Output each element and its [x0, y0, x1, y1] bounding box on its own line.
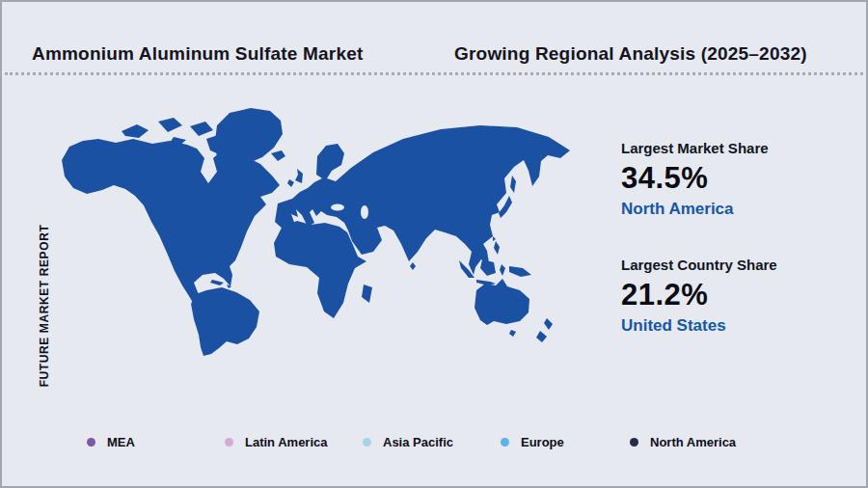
legend-item-mea: MEA [87, 433, 135, 450]
legend-label: Asia Pacific [383, 435, 453, 449]
legend-dot-asia-pacific [363, 438, 371, 447]
infographic-page: Ammonium Aluminum Sulfate Market Growing… [0, 0, 868, 488]
stat-region: United States [621, 316, 862, 336]
stat-largest-market-share: Largest Market Share 34.5% North America [621, 140, 862, 219]
map-north-america [62, 139, 280, 325]
stat-value: 34.5% [621, 163, 862, 193]
header-divider [5, 72, 863, 75]
legend-dot-north-america [630, 438, 638, 447]
world-map-svg [60, 100, 605, 356]
stat-label: Largest Country Share [621, 257, 862, 273]
legend-item-asia-pacific: Asia Pacific [363, 433, 453, 450]
legend-label: Latin America [245, 435, 328, 449]
legend-item-latin-america: Latin America [225, 433, 328, 450]
stat-region: North America [621, 200, 862, 219]
page-title: Ammonium Aluminum Sulfate Market [32, 43, 364, 65]
legend-dot-latin-america [225, 438, 233, 447]
page-subtitle: Growing Regional Analysis (2025–2032) [454, 43, 807, 65]
world-map [60, 100, 605, 356]
legend-label: North America [650, 435, 736, 449]
legend-label: Europe [521, 435, 564, 449]
legend-dot-mea [87, 438, 95, 447]
map-australia [475, 279, 529, 325]
legend-item-europe: Europe [501, 433, 564, 450]
stat-label: Largest Market Share [621, 140, 862, 156]
legend-dot-europe [501, 438, 509, 447]
stat-value: 21.2% [621, 280, 862, 310]
stat-largest-country-share: Largest Country Share 21.2% United State… [621, 257, 862, 336]
brand-vertical-label: FUTURE MARKET REPORT [38, 225, 51, 388]
legend-item-north-america: North America [630, 433, 736, 450]
map-legend: MEA Latin America Asia Pacific Europe No… [2, 433, 866, 450]
legend-label: MEA [107, 435, 135, 449]
map-south-america [191, 287, 259, 356]
landmasses [62, 108, 570, 356]
